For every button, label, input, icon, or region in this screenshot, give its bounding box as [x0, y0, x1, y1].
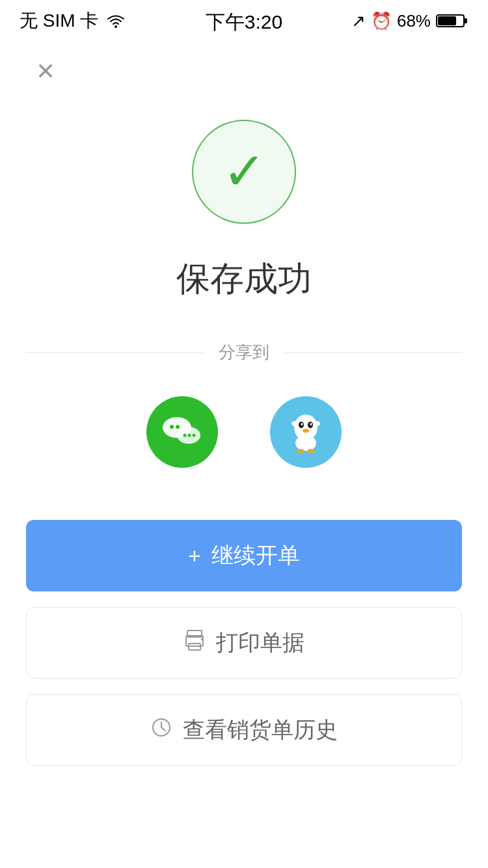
svg-point-17: [291, 421, 298, 426]
svg-point-8: [183, 434, 187, 437]
svg-line-28: [161, 727, 165, 731]
svg-point-9: [188, 434, 191, 437]
qq-icon: [288, 411, 324, 454]
svg-point-15: [310, 423, 312, 426]
success-area: ✓ 保存成功 分享到: [0, 42, 488, 766]
wifi-icon: [106, 14, 126, 28]
svg-point-21: [307, 449, 315, 453]
share-section: 分享到: [0, 341, 488, 520]
status-left: 无 SIM 卡: [20, 8, 126, 33]
qq-share-button[interactable]: [270, 396, 342, 468]
share-icons-container: [26, 396, 462, 468]
print-label: 打印单据: [216, 628, 305, 658]
sim-text: 无 SIM 卡: [20, 8, 98, 33]
status-time: 下午3:20: [206, 9, 282, 36]
success-title: 保存成功: [176, 256, 312, 302]
print-button[interactable]: 打印单据: [26, 607, 462, 679]
location-icon: ↗: [351, 11, 366, 31]
svg-point-20: [297, 449, 305, 453]
status-bar: 无 SIM 卡 下午3:20 ↗ ⏰ 68%: [0, 0, 488, 42]
share-label: 分享到: [203, 341, 285, 364]
continue-button[interactable]: + 继续开单: [26, 520, 462, 591]
clock-icon: [150, 716, 172, 744]
printer-icon: [183, 629, 206, 657]
svg-point-16: [303, 429, 309, 433]
svg-point-14: [301, 423, 303, 426]
success-circle: ✓: [192, 120, 296, 224]
checkmark-icon: ✓: [223, 146, 266, 198]
history-button[interactable]: 查看销货单历史: [26, 694, 462, 766]
alarm-icon: ⏰: [371, 11, 392, 31]
continue-label: 继续开单: [211, 541, 300, 571]
svg-point-6: [176, 425, 180, 429]
svg-rect-25: [201, 638, 203, 640]
share-divider: 分享到: [26, 341, 462, 364]
divider-line-left: [26, 352, 203, 353]
svg-point-18: [314, 421, 320, 426]
svg-rect-2: [464, 18, 467, 23]
action-buttons-container: + 继续开单 打印单据 查看销货单历史: [0, 520, 488, 766]
svg-point-10: [193, 434, 196, 437]
battery-text: 68%: [397, 11, 431, 31]
svg-point-5: [170, 425, 174, 429]
plus-icon: +: [188, 543, 201, 569]
svg-point-19: [295, 435, 316, 451]
svg-rect-3: [438, 16, 456, 25]
close-icon: ✕: [36, 58, 55, 85]
divider-line-right: [285, 352, 462, 353]
wechat-share-button[interactable]: [146, 396, 218, 468]
close-button[interactable]: ✕: [26, 52, 65, 91]
battery-icon: [436, 12, 468, 29]
status-right: ↗ ⏰ 68%: [351, 11, 468, 31]
wechat-icon: [160, 413, 204, 451]
svg-point-0: [115, 25, 117, 28]
history-label: 查看销货单历史: [183, 715, 338, 745]
